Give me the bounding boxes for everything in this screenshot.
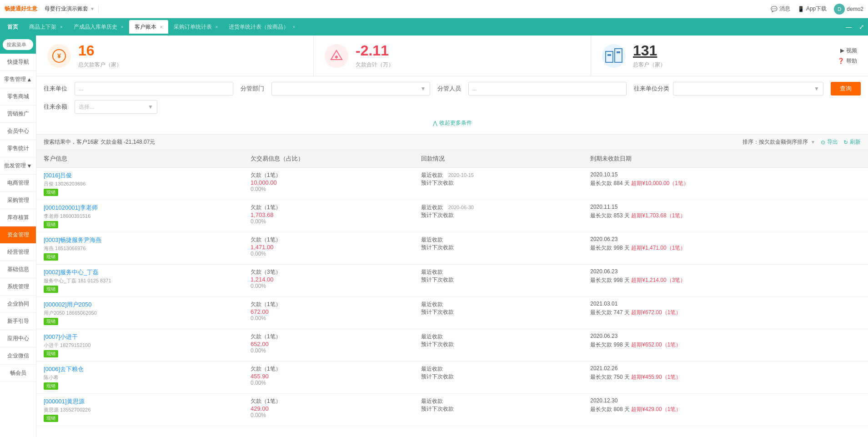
debt-label: 欠款（1笔）	[251, 204, 406, 211]
export-icon: ⊙	[821, 139, 825, 146]
sidebar-item-member-center[interactable]: 会员中心	[0, 123, 36, 140]
sidebar-item-ecommerce[interactable]: 电商管理	[0, 175, 36, 192]
debt-amount[interactable]: 429.00	[251, 405, 406, 412]
sidebar-item-retail-mall[interactable]: 零售商城	[0, 88, 36, 105]
debt-amount[interactable]: 672.00	[251, 308, 406, 315]
due-date: 2021.02.26	[590, 365, 861, 372]
sidebar-item-enterprise[interactable]: 企业协同	[0, 296, 36, 313]
tab-purchase-order-close[interactable]: ×	[216, 25, 218, 30]
sidebar-item-purchase-mgmt[interactable]: 采购管理	[0, 192, 36, 209]
overdue-link[interactable]: 超期¥1,703.68（1笔）	[631, 212, 686, 219]
app-download-btn[interactable]: 📱 App下载	[798, 5, 827, 13]
tab-product-shelf-close[interactable]: ×	[60, 25, 63, 30]
sidebar-item-quick-nav[interactable]: 快捷导航	[0, 54, 36, 71]
customer-name-link[interactable]: [0003]畅捷服务尹海燕	[44, 236, 236, 244]
message-btn[interactable]: 💬 消息	[771, 5, 790, 13]
customer-name-link[interactable]: [000001]黄思源	[44, 397, 236, 406]
sidebar-item-batch-mgmt[interactable]: 批发管理 ▼	[0, 157, 36, 175]
cell-debt-info: 欠款（1笔） 429.00 0.00%	[243, 394, 414, 426]
refresh-btn[interactable]: ↻ 刷新	[843, 138, 861, 146]
customer-name-link[interactable]: [000002]用户2050	[44, 301, 236, 309]
tab-customer-account[interactable]: 客户账本 ×	[129, 20, 168, 34]
filter-dept-input[interactable]: ▼	[271, 82, 430, 95]
tab-maximize-btn[interactable]: ⤢	[857, 22, 866, 31]
sidebar-item-retail-mgmt[interactable]: 零售管理 ▲	[0, 71, 36, 88]
filter-unit-category-input[interactable]: ▼	[673, 82, 823, 95]
help-label: 帮助	[846, 57, 857, 65]
overdue-link[interactable]: 超期¥672.00（1笔）	[631, 309, 681, 316]
sidebar-item-newbie[interactable]: 新手引导	[0, 313, 36, 330]
due-date: 2020.06.23	[590, 333, 861, 339]
tab-home[interactable]: 首页	[2, 20, 24, 34]
overdue-link[interactable]: 超期¥1,214.00（3笔）	[631, 277, 686, 283]
table-row: [000001]黄思源 黄思源 13552700226 现销 欠款（1笔） 42…	[36, 394, 868, 426]
customer-name-link[interactable]: [0001020001]李老师	[44, 204, 236, 212]
tab-minimize-btn[interactable]: —	[844, 22, 853, 31]
tab-incoming-stats[interactable]: 进货单统计表（按商品） ×	[223, 20, 301, 34]
tab-home-label: 首页	[7, 23, 18, 31]
sidebar-item-apps[interactable]: 应用中心	[0, 330, 36, 347]
tab-incoming-stats-close[interactable]: ×	[292, 25, 295, 30]
th-collect-status: 回款情况	[414, 150, 583, 168]
debt-amount[interactable]: 652.00	[251, 341, 406, 347]
video-btn[interactable]: ▶ 视频	[840, 47, 857, 55]
collapse-btn[interactable]: ⋀ 收起更多条件	[44, 117, 861, 129]
content-area: ¥ 16 总欠款客户（家） ◆ -2.11 欠款合计（万）	[36, 35, 868, 437]
sidebar-item-inventory[interactable]: 库存核算	[0, 209, 36, 226]
debt-label: 欠款（1笔）	[251, 333, 406, 341]
debt-amount[interactable]: 1,471.00	[251, 244, 406, 251]
search-input[interactable]	[3, 39, 33, 50]
customer-tag: 现销	[44, 189, 58, 196]
sidebar-item-system[interactable]: 系统管理	[0, 278, 36, 296]
stat-icon-debt: ¥	[47, 44, 71, 68]
sidebar-item-basic-info[interactable]: 基础信息	[0, 261, 36, 278]
customer-name-link[interactable]: [0007]小进干	[44, 333, 236, 341]
overdue-info: 最长欠款 747 天 超期¥672.00（1笔）	[590, 309, 861, 316]
sidebar-item-finance[interactable]: 资金管理	[0, 226, 36, 244]
stat-info-debt: 16 总欠款客户（家）	[78, 43, 122, 68]
user-menu[interactable]: D demo2	[834, 4, 863, 15]
filter-unit-category-label: 往来单位分类	[634, 85, 669, 93]
search-button[interactable]: 查询	[831, 82, 861, 95]
top-right: 💬 消息 📱 App下载 D demo2	[771, 4, 863, 15]
debt-amount-number: -2.11	[356, 43, 394, 59]
filter-unit-category: 往来单位分类 ▼	[634, 82, 823, 95]
collect-info: 最近收款	[421, 301, 576, 308]
customer-name-link[interactable]: [0016]吕俊	[44, 171, 236, 180]
tab-customer-account-close[interactable]: ×	[160, 25, 163, 30]
sidebar-item-retail-stats[interactable]: 零售统计	[0, 140, 36, 157]
tab-product-shelf[interactable]: 商品上下架 ×	[24, 20, 68, 34]
refresh-icon: ↻	[843, 139, 848, 146]
due-date: 2021.03.01	[590, 301, 861, 307]
overdue-info: 最长欠款 853 天 超期¥1,703.68（1笔）	[590, 212, 861, 220]
help-btn[interactable]: ❓ 帮助	[838, 57, 857, 65]
tab-product-history[interactable]: 产成品入库单历史 ×	[68, 20, 129, 34]
sidebar-item-vip[interactable]: 畅会员	[0, 365, 36, 382]
overdue-link[interactable]: 超期¥10,000.00（1笔）	[631, 180, 689, 186]
sidebar-item-operations[interactable]: 经营管理	[0, 244, 36, 261]
username: demo2	[847, 6, 863, 12]
cell-debt-info: 欠款（1笔） 672.00 0.00%	[243, 297, 414, 329]
debt-amount[interactable]: 455.90	[251, 373, 406, 380]
sort-select[interactable]: 排序：按欠款金额倒序排序 ▼	[743, 138, 815, 146]
overdue-info: 最长欠款 808 天 超期¥429.00（1笔）	[590, 406, 861, 413]
overdue-link[interactable]: 超期¥1,471.00（1笔）	[631, 245, 686, 251]
overdue-link[interactable]: 超期¥652.00（1笔）	[631, 342, 681, 348]
sidebar-item-marketing[interactable]: 营销推广	[0, 105, 36, 123]
export-btn[interactable]: ⊙ 导出	[821, 138, 838, 146]
tab-product-history-close[interactable]: ×	[121, 25, 124, 30]
filter-balance-input[interactable]: 选择... ▼	[75, 100, 157, 114]
debt-amount[interactable]: 10,000.00	[251, 179, 406, 186]
debt-amount[interactable]: 1,703.68	[251, 211, 406, 218]
debt-amount[interactable]: 1,214.00	[251, 276, 406, 283]
overdue-link[interactable]: 超期¥455.90（1笔）	[631, 374, 681, 380]
sidebar-item-wechat[interactable]: 企业微信	[0, 347, 36, 365]
filter-source-unit-input[interactable]: ...	[75, 82, 233, 95]
th-due-date: 到期未收款日期	[583, 150, 868, 168]
filter-person-input[interactable]: ...	[468, 82, 627, 95]
overdue-link[interactable]: 超期¥429.00（1笔）	[631, 406, 681, 412]
tab-purchase-order[interactable]: 采购订单统计表 ×	[168, 20, 224, 34]
company-select[interactable]: 母婴行业演示账套 ▼	[41, 5, 99, 13]
customer-name-link[interactable]: [0006]去下粮仓	[44, 365, 236, 373]
customer-name-link[interactable]: [0002]服务中心_丁磊	[44, 268, 236, 276]
